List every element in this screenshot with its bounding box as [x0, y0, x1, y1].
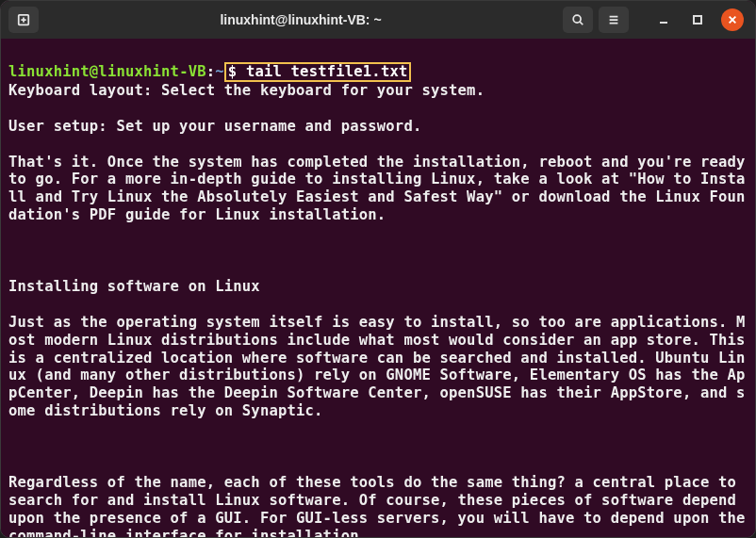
prompt-path: ~	[215, 63, 224, 80]
close-icon	[728, 15, 737, 24]
output-line: User setup: Set up your username and pas…	[8, 118, 748, 136]
svg-point-3	[573, 15, 581, 23]
close-button[interactable]	[721, 8, 744, 31]
new-tab-button[interactable]	[8, 7, 39, 33]
blank-line	[8, 242, 748, 260]
hamburger-icon	[607, 13, 620, 26]
terminal-window: linuxhint@linuxhint-VB: ~ linuxhint@linu…	[0, 0, 756, 538]
prompt-line-1: linuxhint@linuxhint-VB:~$ tail testfile1…	[8, 63, 411, 80]
svg-rect-9	[694, 16, 701, 24]
maximize-button[interactable]	[683, 7, 712, 33]
output-line: That's it. Once the system has completed…	[8, 154, 748, 225]
prompt-dollar: $	[228, 63, 246, 80]
search-button[interactable]	[563, 7, 593, 33]
prompt-host: linuxhint-VB	[98, 63, 205, 80]
output-line: Keyboard layout: Select the keyboard for…	[8, 82, 748, 100]
prompt-sep: :	[206, 63, 216, 80]
window-title: linuxhint@linuxhint-VB: ~	[44, 12, 557, 27]
output-line: Just as the operating system itself is e…	[8, 314, 748, 420]
prompt-user: linuxhint	[8, 63, 90, 80]
command-text: tail testfile1.txt	[246, 63, 408, 80]
output-line: Installing software on Linux	[8, 278, 748, 296]
search-icon	[571, 13, 584, 26]
output-line: Regardless of the name, each of these to…	[8, 474, 748, 537]
terminal-body[interactable]: linuxhint@linuxhint-VB:~$ tail testfile1…	[1, 39, 755, 537]
prompt-at: @	[90, 63, 99, 80]
maximize-icon	[692, 14, 703, 25]
new-tab-icon	[17, 13, 30, 26]
svg-line-4	[580, 22, 583, 24]
command-highlight: $ tail testfile1.txt	[224, 62, 412, 82]
menu-button[interactable]	[599, 7, 629, 33]
blank-line	[8, 438, 748, 456]
titlebar: linuxhint@linuxhint-VB: ~	[1, 1, 755, 39]
minimize-icon	[658, 14, 669, 25]
minimize-button[interactable]	[649, 7, 678, 33]
